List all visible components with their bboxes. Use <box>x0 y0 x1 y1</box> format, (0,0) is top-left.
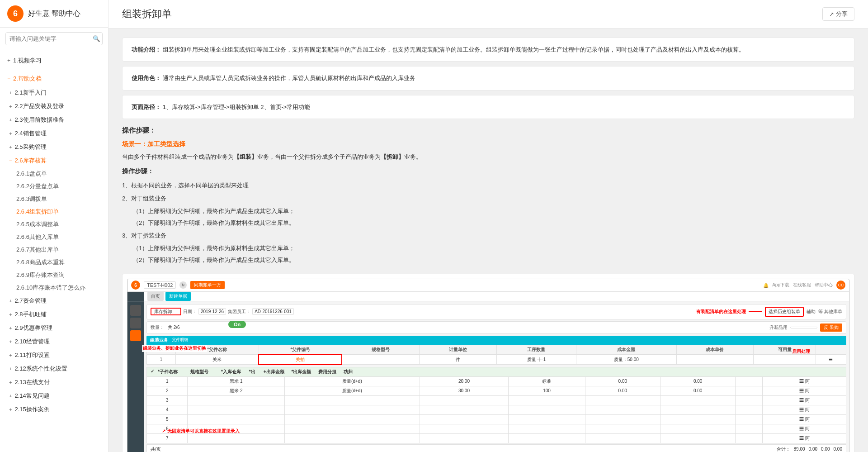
step-2: 2、对于组装业务 <box>122 192 854 205</box>
ops-heading: 操作步骤： <box>122 126 854 135</box>
sub-step-a2: （2）下部明细为子件明细，最终作为原材料生成其它出库单。 <box>133 217 854 229</box>
step-1: 1、根据不同的业务，选择不同单据的类型来处理 <box>122 179 854 192</box>
path-label: 页面路径： <box>132 104 161 110</box>
path-block: 页面路径： 1、库存核算->库存管理->组装拆卸单 2、首页->常用功能 <box>122 95 854 119</box>
sidebar-leaf-263[interactable]: 2.6.3调拨单 <box>0 193 108 205</box>
search-button[interactable]: 🔍 <box>89 33 103 44</box>
sidebar-leaf-262[interactable]: 2.6.2分量盘点单 <box>0 180 108 193</box>
sub-steps-disassemble: （1）上部明细为父件明细，最终作为原材料生成其它出库单； （2）下部明细为子件明… <box>122 243 854 266</box>
sidebar-item-print[interactable]: + 2.11打印设置 <box>0 348 108 362</box>
sidebar-item-mobile[interactable]: + 2.8手机旺铺 <box>0 308 108 321</box>
sidebar-item-help-docs[interactable]: − 2.帮助文档 <box>0 71 108 86</box>
sidebar-item-finance[interactable]: + 2.7资金管理 <box>0 294 108 308</box>
sidebar-leaf-266[interactable]: 2.6.6其他入库单 <box>0 231 108 243</box>
step-3: 3、对于拆装业务 <box>122 229 854 243</box>
sidebar-leaf-261[interactable]: 2.6.1盘点单 <box>0 167 108 180</box>
sub-steps-assemble: （1）上部明细为父件明细，最终作为产成品生成其它入库单； （2）下部明细为子件明… <box>122 205 854 229</box>
intro-label: 功能介绍： <box>132 46 161 53</box>
sim-table-parent: ✓*父件名称*父件编号规格型号计量单位工序数量成本金额成本单价可用量 1 关米 … <box>146 345 846 365</box>
brand-name: 好生意 帮助中心 <box>28 9 80 19</box>
intro-text: 组装拆卸单用来处理企业组装或拆卸等加工业务，支持有固定装配清单的产品加工业务，也… <box>163 46 745 53</box>
sidebar-item-faq[interactable]: + 2.14常见问题 <box>0 389 108 403</box>
path-text: 1、库存核算->库存管理->组装拆卸单 2、首页->常用功能 <box>163 104 311 110</box>
sidebar-item-beginner[interactable]: + 2.1新手入门 <box>0 86 108 100</box>
sidebar-item-purchase[interactable]: + 2.5采购管理 <box>0 140 108 154</box>
main-header: 组装拆卸单 ↗ 分享 <box>108 0 868 29</box>
sub-step-d1: （1）上部明细为父件明细，最终作为原材料生成其它出库单； <box>133 243 854 255</box>
intro-block: 功能介绍： 组装拆卸单用来处理企业组装或拆卸等加工业务，支持有固定装配清单的产品… <box>122 38 854 62</box>
step-3-list: 3、对于拆装业务 <box>122 229 854 243</box>
sidebar-item-install[interactable]: + 2.2产品安装及登录 <box>0 100 108 113</box>
nav-section-2: − 2.帮助文档 + 2.1新手入门 + 2.2产品安装及登录 + 2.3使用前… <box>0 70 108 418</box>
share-label: 分享 <box>836 10 848 18</box>
scene1-heading: 场景一：加工类型选择 <box>122 140 854 148</box>
share-button[interactable]: ↗ 分享 <box>822 7 854 21</box>
sidebar-item-payment[interactable]: + 2.13在线支付 <box>0 376 108 389</box>
logo-icon: 6 <box>7 5 24 22</box>
search-input[interactable] <box>6 33 89 45</box>
sidebar: 6 好生意 帮助中心 🔍 + 1.视频学习 − 2.帮助文档 + 2.1新手入门 <box>0 0 108 452</box>
sidebar-item-data-prep[interactable]: + 2.3使用前数据准备 <box>0 113 108 127</box>
sidebar-item-coupon[interactable]: + 2.9优惠券管理 <box>0 321 108 335</box>
sidebar-item-label: 2.帮助文档 <box>13 75 42 83</box>
sidebar-item-operations[interactable]: + 2.10经营管理 <box>0 335 108 348</box>
role-block: 使用角色： 通常由生产人员或库管人员完成拆装业务的操作，库管人员确认原材料的出库… <box>122 66 854 90</box>
sidebar-item-sales[interactable]: + 2.4销售管理 <box>0 127 108 140</box>
minus-icon: − <box>7 76 10 82</box>
plus-icon: + <box>7 57 10 64</box>
ops-heading2: 操作步骤： <box>122 167 854 176</box>
sidebar-header: 6 好生意 帮助中心 <box>0 0 108 28</box>
sidebar-item-label: 1.视频学习 <box>13 57 42 65</box>
sidebar-leaf-264[interactable]: 2.6.4组装拆卸单 <box>0 205 108 218</box>
scene1-desc: 当由多个子件材料组装成一个成品的业务为【组装】业务，当由一个父件拆分成多个子产品… <box>122 151 854 163</box>
page-title: 组装拆卸单 <box>122 7 172 21</box>
sidebar-leaf-2610[interactable]: 2.6.10库存账本错了怎么办 <box>0 281 108 294</box>
sidebar-item-system[interactable]: + 2.12系统个性化设置 <box>0 362 108 376</box>
nav-sub-help: + 2.1新手入门 + 2.2产品安装及登录 + 2.3使用前数据准备 + 2.… <box>0 86 108 416</box>
annotation4: 无固定清单可以直接在这里置里录入 <box>167 428 240 434</box>
sidebar-item-cases[interactable]: + 2.15操作案例 <box>0 403 108 416</box>
sidebar-leaf-269[interactable]: 2.6.9库存账本查询 <box>0 269 108 281</box>
sidebar-leaf-265[interactable]: 2.6.5成本调整单 <box>0 218 108 231</box>
sidebar-item-video[interactable]: + 1.视频学习 <box>0 53 108 68</box>
step-list: 1、根据不同的业务，选择不同单据的类型来处理 2、对于组装业务 <box>122 179 854 205</box>
content-area: 功能介绍： 组装拆卸单用来处理企业组装或拆卸等加工业务，支持有固定装配清单的产品… <box>108 29 868 452</box>
role-text: 通常由生产人员或库管人员完成拆装业务的操作，库管人员确认原材料的出库和产成品的入… <box>163 75 415 81</box>
sub-step-d2: （2）下部明细为子件明细，最终作为产成品生成其它入库单。 <box>133 254 854 266</box>
search-box[interactable]: 🔍 <box>5 32 103 45</box>
sim-topbar: 6 TEST-H002 ↻ 同期账单一万 🔔 App下载 在线客服 帮助中心 C… <box>127 279 849 292</box>
sidebar-leaf-267[interactable]: 2.6.7其他出库单 <box>0 243 108 256</box>
sub-step-a1: （1）上部明细为父件明细，最终作为产成品生成其它入库单； <box>133 205 854 218</box>
sim-table-child: 1黑米 1质量(d+d)20.00标准0.000.00☰ 阿 2黑米 2质量(d… <box>146 376 846 443</box>
screenshot-container: 6 TEST-H002 ↻ 同期账单一万 🔔 App下载 在线客服 帮助中心 C… <box>122 274 854 452</box>
sidebar-leaf-268[interactable]: 2.6.8商品成本重算 <box>0 256 108 269</box>
nav-tree: + 1.视频学习 − 2.帮助文档 + 2.1新手入门 + 2.2产品安装及登录 <box>0 50 108 452</box>
share-icon: ↗ <box>829 11 834 18</box>
sim-screenshot: 6 TEST-H002 ↻ 同期账单一万 🔔 App下载 在线客服 帮助中心 C… <box>127 279 849 452</box>
sim-topbar-right: 🔔 App下载 在线客服 帮助中心 CC <box>763 281 845 290</box>
sidebar-item-inventory[interactable]: − 2.6库存核算 <box>0 154 108 167</box>
nav-section-1: + 1.视频学习 <box>0 52 108 70</box>
role-label: 使用角色： <box>132 75 161 81</box>
sim-logo: 6 <box>131 281 140 290</box>
main-content: 组装拆卸单 ↗ 分享 功能介绍： 组装拆卸单用来处理企业组装或拆卸等加工业务，支… <box>108 0 868 452</box>
